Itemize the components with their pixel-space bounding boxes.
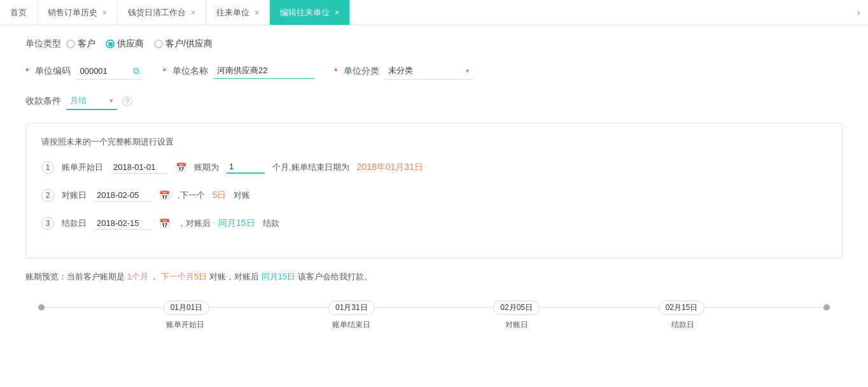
radio-customer-circle <box>66 39 75 48</box>
unit-name-label: 单位名称 <box>172 66 208 77</box>
timeline-section: 01月01日 01月31日 02月05日 02月15日 <box>25 298 843 330</box>
reconcile-suffix2: 对账 <box>234 190 250 201</box>
preview-label: 账期预览：当前客户账期是 <box>25 272 125 281</box>
tabs-bar: 首页 销售订单历史 × 钱货日清工作台 × 往来单位 × 编辑往来单位 × › <box>0 0 868 25</box>
timeline-desc-1: 账单开始日 <box>160 320 211 330</box>
timeline-desc-2: 账单结束日 <box>326 320 377 330</box>
tab-partner-units[interactable]: 往来单位 × <box>206 0 270 25</box>
timeline-node-4-label: 02月15日 <box>659 300 705 315</box>
unit-code-star: * <box>25 66 29 76</box>
payment-condition-group: 收款条件 月结 ▾ ? <box>25 92 132 110</box>
tab-cash-work-close[interactable]: × <box>191 8 195 17</box>
unit-category-label: 单位分类 <box>344 66 379 77</box>
timeline-desc-4: 结款日 <box>657 320 708 330</box>
tab-cash-work-label: 钱货日清工作台 <box>128 7 186 18</box>
payment-day-highlight: 同月15日 <box>218 218 255 229</box>
period-row-1: 1 账单开始日 📅 账期为 个月,账单结束日期为 2018年01月31日 <box>41 160 827 174</box>
preview-sep2: 对账，对账后 <box>209 272 259 281</box>
calendar-icon-3[interactable]: 📅 <box>159 218 170 229</box>
tab-partner-units-label: 往来单位 <box>216 7 249 18</box>
radio-both[interactable]: 客户/供应商 <box>154 38 213 50</box>
payment-chevron-icon: ▾ <box>109 97 113 105</box>
tab-home[interactable]: 首页 <box>0 0 38 25</box>
preview-section: 账期预览：当前客户账期是 1个月 ， 下一个月5日 对账，对账后 同月15日 该… <box>25 271 843 283</box>
unit-name-star: * <box>162 66 165 76</box>
period-months-suffix: 个月,账单结束日期为 <box>272 162 349 173</box>
unit-category-dropdown[interactable]: 未分类 ▾ <box>384 62 473 80</box>
radio-supplier-circle <box>106 39 115 48</box>
unit-name-group: * 单位名称 <box>162 64 314 79</box>
period-num-2: 2 <box>41 189 54 202</box>
tab-edit-partner[interactable]: 编辑往来单位 × <box>270 0 350 25</box>
preview-part3: 同月15日 <box>262 272 295 281</box>
tab-cash-work[interactable]: 钱货日清工作台 × <box>118 0 206 25</box>
tab-edit-partner-close[interactable]: × <box>335 8 339 17</box>
period-num-3: 3 <box>41 217 54 230</box>
preview-sep1: ， <box>150 272 158 281</box>
preview-end: 该客户会给我打款。 <box>298 272 372 281</box>
timeline-node-4: 02月15日 <box>659 300 705 315</box>
timeline-desc-3: 对账日 <box>491 320 542 330</box>
period-for-label: 账期为 <box>194 162 219 173</box>
copy-icon[interactable]: ⧉ <box>133 66 139 76</box>
chevron-down-icon: ▾ <box>466 67 470 75</box>
timeline-node-2: 01月31日 <box>328 300 375 315</box>
help-icon[interactable]: ? <box>122 96 132 106</box>
unit-code-input[interactable] <box>80 66 130 76</box>
unit-code-label: 单位编码 <box>35 66 71 77</box>
period-label-2: 对账日 <box>62 190 87 201</box>
tab-sales-history[interactable]: 销售订单历史 × <box>38 0 118 25</box>
period-row-2: 2 对账日 📅 ,下一个 5日 对账 <box>41 189 827 202</box>
radio-group: 客户 供应商 客户/供应商 <box>66 38 213 50</box>
radio-supplier-label: 供应商 <box>117 38 144 50</box>
timeline-node-1-label: 01月01日 <box>164 300 210 315</box>
unit-category-star: * <box>334 66 337 76</box>
radio-customer-label: 客户 <box>78 38 95 50</box>
preview-part2: 下一个月5日 <box>161 272 207 281</box>
reconcile-suffix1: ,下一个 <box>178 190 205 201</box>
preview-part1: 1个月 <box>127 272 148 281</box>
period-label-3: 结款日 <box>62 218 87 229</box>
tab-sales-history-label: 销售订单历史 <box>48 7 97 18</box>
radio-supplier[interactable]: 供应商 <box>106 38 144 50</box>
unit-type-row: 单位类型 客户 供应商 客户/供应商 <box>25 38 843 50</box>
tab-partner-units-close[interactable]: × <box>255 8 259 17</box>
payment-condition-dropdown[interactable]: 月结 ▾ <box>66 92 117 110</box>
period-date-1[interactable] <box>111 161 168 174</box>
payment-condition-row: 收款条件 月结 ▾ ? <box>25 92 843 110</box>
period-box-title: 请按照未来的一个完整帐期进行设置 <box>41 136 827 148</box>
period-settings-box: 请按照未来的一个完整帐期进行设置 1 账单开始日 📅 账期为 个月,账单结束日期… <box>25 123 843 258</box>
timeline-desc-3-text: 对账日 <box>505 320 528 330</box>
tab-edit-partner-label: 编辑往来单位 <box>280 7 330 18</box>
period-num-1: 1 <box>41 161 54 174</box>
timeline-desc-2-text: 账单结束日 <box>332 320 370 330</box>
payment-suffix1: ，对账后 <box>178 218 211 229</box>
calendar-icon-2[interactable]: 📅 <box>159 190 170 201</box>
unit-type-group: 单位类型 客户 供应商 客户/供应商 <box>25 38 213 50</box>
unit-info-row: * 单位编码 ⧉ * 单位名称 * 单位分类 未分类 ▾ <box>25 62 843 80</box>
payment-suffix2: 结款 <box>263 218 279 229</box>
unit-type-label: 单位类型 <box>25 38 61 50</box>
timeline-desc-1-text: 账单开始日 <box>166 320 204 330</box>
period-row-3: 3 结款日 📅 ，对账后 同月15日 结款 <box>41 217 827 230</box>
period-label-1: 账单开始日 <box>62 162 103 173</box>
calendar-icon-1[interactable]: 📅 <box>176 162 186 172</box>
timeline-start-dot <box>38 304 45 311</box>
tab-expand-icon[interactable]: › <box>850 7 868 18</box>
timeline-node-2-label: 01月31日 <box>328 300 375 315</box>
period-months-input[interactable] <box>227 160 265 174</box>
period-date-2[interactable] <box>94 189 151 202</box>
timeline-end-dot <box>823 304 830 311</box>
unit-code-group: * 单位编码 ⧉ <box>25 63 143 80</box>
tab-sales-history-close[interactable]: × <box>102 8 107 17</box>
radio-both-circle <box>154 39 163 48</box>
timeline-node-3-label: 02月05日 <box>493 300 540 315</box>
unit-category-value: 未分类 <box>388 65 463 76</box>
reconcile-day-highlight: 5日 <box>213 190 227 201</box>
radio-customer[interactable]: 客户 <box>66 38 95 50</box>
period-date-3[interactable] <box>94 217 151 230</box>
unit-name-input[interactable] <box>213 64 315 79</box>
timeline-line <box>38 307 830 308</box>
timeline-node-3: 02月05日 <box>493 300 540 315</box>
timeline-desc-4-text: 结款日 <box>671 320 694 330</box>
